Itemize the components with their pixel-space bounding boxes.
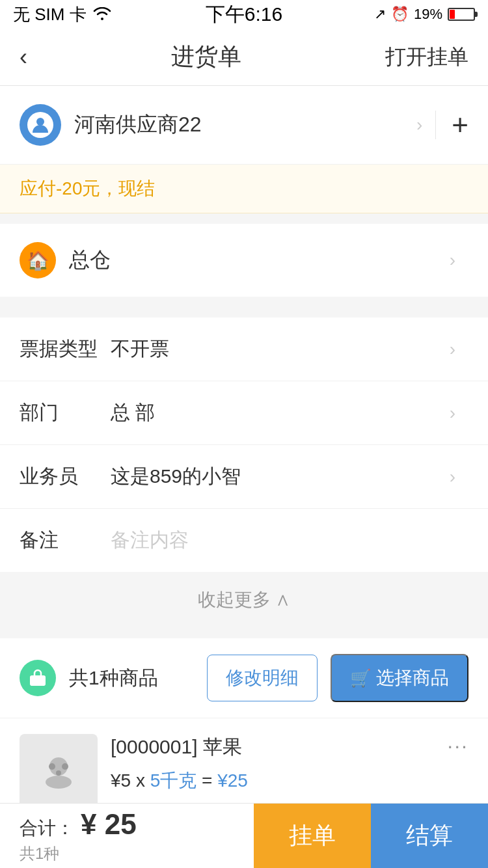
product-section: 共1种商品 修改明细 🛒 选择商品 [0000001] 苹果 — [0, 638, 488, 828]
product-price: ¥5 x 5千克 = ¥25 — [111, 768, 434, 793]
notice-bar: 应付-20元，现结 — [0, 165, 488, 213]
collapse-bar[interactable]: 收起更多 ∧ — [0, 572, 488, 628]
notice-text: 应付-20元，现结 — [20, 178, 155, 198]
divider-2 — [0, 307, 488, 318]
collapse-label: 收起更多 ∧ — [198, 590, 291, 610]
salesman-row[interactable]: 业务员 这是859的小智 › — [0, 445, 488, 509]
status-time: 下午6:16 — [206, 1, 282, 28]
supplier-avatar — [20, 104, 61, 146]
svg-point-4 — [49, 763, 55, 770]
supplier-arrow-icon: › — [416, 115, 422, 135]
product-info: [0000001] 苹果 ¥5 x 5千克 = ¥25 — [111, 734, 434, 793]
product-thumbnail — [20, 734, 98, 812]
supplier-row[interactable]: 河南供应商22 › + — [0, 86, 488, 165]
product-header: 共1种商品 修改明细 🛒 选择商品 — [0, 638, 488, 718]
location-icon: ↗ — [374, 6, 386, 23]
alarm-icon: ⏰ — [391, 6, 409, 23]
battery-icon — [448, 8, 475, 21]
supplier-name: 河南供应商22 — [74, 111, 416, 139]
back-button[interactable]: ‹ — [20, 44, 27, 71]
select-product-label: 选择商品 — [376, 666, 449, 690]
battery-percent: 19% — [414, 6, 442, 23]
department-arrow-icon: › — [450, 403, 455, 424]
qty-value: 5千克 — [150, 770, 197, 791]
salesman-label: 业务员 — [20, 463, 111, 490]
department-row[interactable]: 部门 总 部 › — [0, 381, 488, 445]
ticket-type-row[interactable]: 票据类型 不开票 › — [0, 318, 488, 381]
divider-1 — [0, 213, 488, 224]
main-content: 河南供应商22 › + 应付-20元，现结 🏠 总仓 › 票据类型 不开票 › … — [0, 86, 488, 868]
warehouse-row[interactable]: 🏠 总仓 › — [0, 224, 488, 297]
svg-point-6 — [56, 770, 61, 776]
total-amount: ¥ 25 — [81, 808, 137, 841]
product-name: [0000001] 苹果 — [111, 734, 434, 761]
total-label: 合计： — [20, 816, 74, 841]
salesman-arrow-icon: › — [450, 467, 455, 487]
ticket-type-value: 不开票 — [111, 336, 450, 362]
department-label: 部门 — [20, 400, 111, 426]
total-value: ¥25 — [217, 770, 248, 791]
warehouse-section: 🏠 总仓 › — [0, 224, 488, 297]
total-label-row: 合计： ¥ 25 — [20, 808, 234, 841]
product-count-label: 共1种商品 — [69, 665, 194, 692]
cart-icon: 🛒 — [350, 668, 371, 688]
warehouse-arrow-icon: › — [450, 250, 455, 271]
page-title: 进货单 — [171, 41, 241, 73]
supplier-section: 河南供应商22 › + 应付-20元，现结 — [0, 86, 488, 213]
salesman-value: 这是859的小智 — [111, 463, 450, 490]
ticket-type-arrow-icon: › — [450, 339, 455, 360]
status-left: 无 SIM 卡 — [13, 3, 111, 26]
product-bag-icon — [20, 660, 56, 696]
svg-point-0 — [36, 118, 44, 126]
modify-detail-button[interactable]: 修改明细 — [207, 655, 318, 701]
hang-button[interactable]: 挂单 — [254, 804, 371, 868]
status-bar: 无 SIM 卡 下午6:16 ↗ ⏰ 19% — [0, 0, 488, 29]
remark-value: 备注内容 — [111, 527, 468, 554]
nav-bar: ‹ 进货单 打开挂单 — [0, 29, 488, 86]
status-right: ↗ ⏰ 19% — [374, 6, 475, 23]
warehouse-name: 总仓 — [69, 246, 450, 275]
price-value: ¥5 x — [111, 770, 150, 791]
open-hang-button[interactable]: 打开挂单 — [385, 43, 468, 72]
select-product-button[interactable]: 🛒 选择商品 — [331, 654, 468, 702]
total-section: 合计： ¥ 25 共1种 — [0, 804, 254, 868]
add-button[interactable]: + — [435, 111, 468, 139]
svg-point-5 — [62, 763, 68, 770]
carrier-label: 无 SIM 卡 — [13, 3, 87, 26]
product-more-button[interactable]: ··· — [447, 734, 468, 758]
total-sub: 共1种 — [20, 843, 234, 864]
settle-button[interactable]: 结算 — [371, 804, 488, 868]
remark-row[interactable]: 备注 备注内容 — [0, 509, 488, 572]
svg-point-3 — [46, 776, 72, 789]
product-code: [0000001] 苹果 — [111, 736, 242, 757]
remark-label: 备注 — [20, 527, 111, 554]
bottom-bar: 合计： ¥ 25 共1种 挂单 结算 — [0, 803, 488, 868]
ticket-type-label: 票据类型 — [20, 336, 111, 362]
form-section: 票据类型 不开票 › 部门 总 部 › 业务员 这是859的小智 › 备注 备注… — [0, 318, 488, 572]
equals-sign: = — [202, 770, 217, 791]
warehouse-icon: 🏠 — [20, 242, 56, 278]
wifi-icon — [93, 5, 111, 25]
department-value: 总 部 — [111, 400, 450, 426]
avatar-inner — [27, 112, 53, 138]
